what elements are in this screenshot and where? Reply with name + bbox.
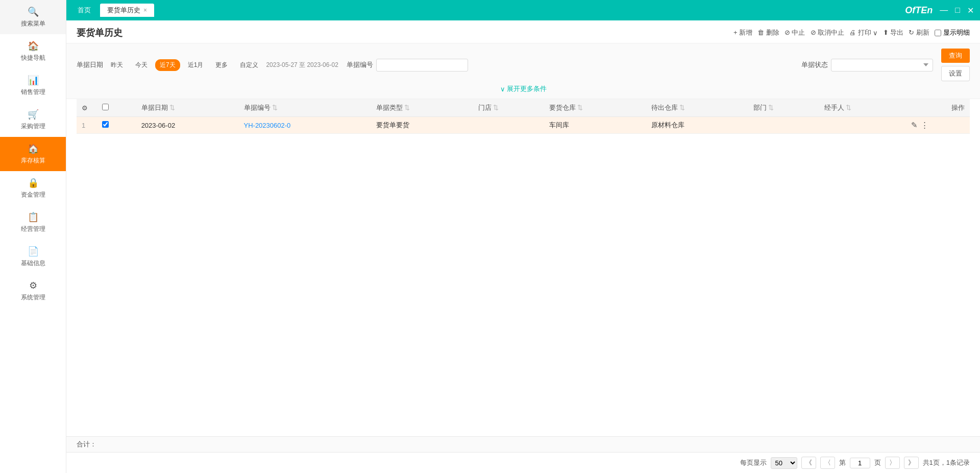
- page-size-select[interactable]: 102050100: [771, 457, 797, 469]
- query-button[interactable]: 查询: [941, 49, 970, 63]
- sidebar-label-purchase-mgmt: 采购管理: [21, 122, 45, 131]
- sort-icon-doc_no: ⇅: [272, 104, 278, 111]
- window-minimize-icon[interactable]: —: [940, 6, 948, 15]
- filter-row-1: 单据日期 昨天今天近7天近1月更多自定义 2023-05-27 至 2023-0…: [77, 49, 970, 81]
- doc-no-link-0[interactable]: YH-20230602-0: [244, 122, 291, 129]
- col-header-date[interactable]: 单据日期⇅: [136, 99, 239, 117]
- row-pending-warehouse: 原材料仓库: [646, 117, 748, 134]
- row-actions-0: ✎⋮: [911, 121, 965, 130]
- add-button[interactable]: + 新增: [733, 28, 752, 37]
- date-btn-昨天[interactable]: 昨天: [106, 59, 128, 71]
- footer-bar: 合计：: [66, 436, 980, 452]
- row-doctype: 要货单要货: [371, 117, 473, 134]
- col-header-doc_type[interactable]: 单据类型⇅: [371, 99, 473, 117]
- row-date: 2023-06-02: [136, 117, 239, 134]
- date-btn-近7天[interactable]: 近7天: [155, 59, 180, 71]
- show-detail-checkbox[interactable]: [935, 30, 941, 36]
- summary-label: 合计：: [77, 440, 96, 449]
- sidebar-item-ops-mgmt[interactable]: 📋经营管理: [0, 205, 66, 240]
- date-btn-自定义[interactable]: 自定义: [235, 59, 263, 71]
- sidebar-item-finance-mgmt[interactable]: 🔒资金管理: [0, 171, 66, 205]
- sort-icon-dept: ⇅: [768, 104, 774, 111]
- sidebar-icon-basic-info: 📄: [28, 246, 39, 257]
- print-button[interactable]: 🖨 打印 ∨: [849, 28, 878, 37]
- select-all-checkbox[interactable]: [102, 104, 109, 110]
- header-row: ⚙单据日期⇅单据编号⇅单据类型⇅门店⇅要货仓库⇅待出仓库⇅部门⇅经手人⇅操作: [77, 99, 970, 117]
- sidebar-item-sales-mgmt[interactable]: 📊销售管理: [0, 68, 66, 103]
- total-info: 共1页，1条记录: [923, 458, 970, 467]
- more-icon-0[interactable]: ⋮: [921, 121, 928, 130]
- col-header-store[interactable]: 门店⇅: [473, 99, 544, 117]
- row-action: ✎⋮: [906, 117, 970, 134]
- window-close-icon[interactable]: ✕: [967, 6, 974, 15]
- filter-docno-item: 单据编号: [347, 59, 468, 72]
- stop-button[interactable]: ⊘ 中止: [785, 28, 805, 37]
- edit-icon-0[interactable]: ✎: [911, 121, 918, 130]
- col-header-handler[interactable]: 经手人⇅: [819, 99, 906, 117]
- table-area: ⚙单据日期⇅单据编号⇅单据类型⇅门店⇅要货仓库⇅待出仓库⇅部门⇅经手人⇅操作 1…: [66, 99, 980, 436]
- row-dept: [748, 117, 819, 134]
- sidebar-icon-inventory: 🏠: [28, 143, 39, 154]
- main-area: 首页 要货单历史 × OfTEn — □ ✕ 要货单历史 + 新增 🗑 删除 ⊘…: [66, 0, 980, 473]
- sidebar-icon-finance-mgmt: 🔒: [28, 177, 39, 188]
- docno-filter-label: 单据编号: [347, 60, 373, 69]
- sidebar-item-sys-mgmt[interactable]: ⚙系统管理: [0, 274, 66, 308]
- sort-icon-req_warehouse: ⇅: [577, 104, 583, 111]
- sidebar-item-inventory[interactable]: 🏠库存核算: [0, 137, 66, 171]
- next-page-button[interactable]: 〉: [885, 457, 900, 469]
- tab-active[interactable]: 要货单历史 ×: [100, 4, 154, 17]
- filter-area: 单据日期 昨天今天近7天近1月更多自定义 2023-05-27 至 2023-0…: [66, 43, 980, 99]
- sidebar-item-quick-nav[interactable]: 🏠快捷导航: [0, 34, 66, 68]
- date-btn-近1月[interactable]: 近1月: [183, 59, 208, 71]
- settings-button[interactable]: 设置: [941, 66, 970, 81]
- prev-page-button[interactable]: 〈: [820, 457, 835, 469]
- row-checkbox: [97, 117, 136, 134]
- cancel-stop-button[interactable]: ⊘ 取消中止: [811, 28, 845, 37]
- date-btn-今天[interactable]: 今天: [131, 59, 152, 71]
- col-header-req_warehouse[interactable]: 要货仓库⇅: [544, 99, 646, 117]
- sidebar-item-basic-info[interactable]: 📄基础信息: [0, 240, 66, 274]
- row-req-warehouse: 车间库: [544, 117, 646, 134]
- toolbar: + 新增 🗑 删除 ⊘ 中止 ⊘ 取消中止 🖨 打印 ∨ ⬆ 导出 ↻ 刷新 显…: [733, 28, 970, 37]
- sidebar-icon-sales-mgmt: 📊: [28, 75, 39, 86]
- col-header-dept[interactable]: 部门⇅: [748, 99, 819, 117]
- filter-status-item: 单据状态: [801, 59, 933, 72]
- sidebar-icon-ops-mgmt: 📋: [28, 211, 39, 223]
- page-title: 要货单历史: [77, 27, 122, 39]
- sidebar-item-purchase-mgmt[interactable]: 🛒采购管理: [0, 103, 66, 137]
- date-btn-更多[interactable]: 更多: [211, 59, 232, 71]
- sidebar-label-finance-mgmt: 资金管理: [21, 191, 45, 199]
- sidebar-item-search-menu[interactable]: 🔍搜索菜单: [0, 0, 66, 34]
- sidebar-label-quick-nav: 快捷导航: [21, 54, 45, 62]
- col-header-action: 操作: [906, 99, 970, 117]
- window-maximize-icon[interactable]: □: [955, 6, 960, 15]
- show-detail-checkbox-label[interactable]: 显示明细: [935, 28, 970, 37]
- query-buttons: 查询 设置: [941, 49, 970, 81]
- delete-button[interactable]: 🗑 删除: [757, 28, 779, 37]
- tab-home[interactable]: 首页: [72, 4, 96, 17]
- table-body: 12023-06-02YH-20230602-0要货单要货车间库原材料仓库✎⋮: [77, 117, 970, 134]
- sort-icon-handler: ⇅: [846, 104, 851, 111]
- filter-row-2: ∨ 展开更多条件: [77, 84, 970, 93]
- col-header-doc_no[interactable]: 单据编号⇅: [239, 99, 372, 117]
- row-handler: [819, 117, 906, 134]
- tab-close-icon[interactable]: ×: [143, 7, 147, 14]
- row-store: [473, 117, 544, 134]
- export-button[interactable]: ⬆ 导出: [883, 28, 904, 37]
- col-header-settings: ⚙: [77, 99, 97, 117]
- sort-icon-date: ⇅: [169, 104, 175, 111]
- col-header-checkbox: [97, 99, 136, 117]
- sidebar-icon-quick-nav: 🏠: [28, 40, 39, 52]
- refresh-button[interactable]: ↻ 刷新: [909, 28, 929, 37]
- last-page-button[interactable]: 》: [904, 457, 919, 469]
- sidebar-label-sales-mgmt: 销售管理: [21, 88, 45, 97]
- page-number-input[interactable]: [850, 458, 870, 468]
- col-header-pending_warehouse[interactable]: 待出仓库⇅: [646, 99, 748, 117]
- expand-filter-button[interactable]: ∨ 展开更多条件: [500, 84, 547, 93]
- docno-input[interactable]: [376, 59, 468, 72]
- row-checkbox-0[interactable]: [102, 121, 109, 128]
- table-row[interactable]: 12023-06-02YH-20230602-0要货单要货车间库原材料仓库✎⋮: [77, 117, 970, 134]
- status-select[interactable]: [831, 59, 933, 72]
- sidebar-label-search-menu: 搜索菜单: [21, 19, 45, 28]
- first-page-button[interactable]: 《: [801, 457, 816, 469]
